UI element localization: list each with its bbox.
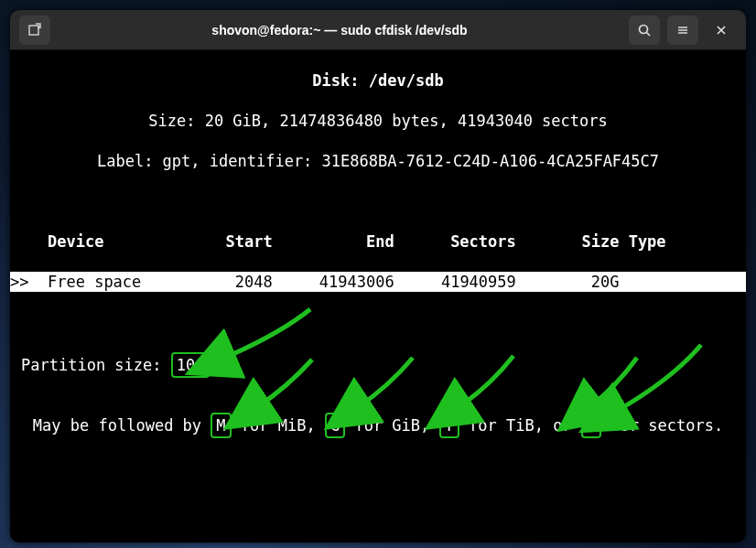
partition-size-prompt: Partition size: 10G — [21, 352, 210, 378]
row-start: 2048 — [235, 273, 273, 291]
col-end: End — [366, 232, 394, 251]
row-size: 20G — [591, 273, 620, 291]
size-line: Size: 20 GiB, 21474836480 bytes, 4194304… — [10, 111, 746, 131]
terminal-window: shovon@fedora:~ — sudo cfdisk /dev/sdb D… — [10, 10, 746, 543]
unit-s: S — [581, 413, 601, 438]
close-button[interactable] — [706, 16, 737, 45]
new-tab-button[interactable] — [19, 16, 50, 45]
label-line: Label: gpt, identifier: 31E868BA-7612-C2… — [10, 151, 746, 171]
unit-g: G — [325, 413, 345, 438]
svg-rect-0 — [29, 26, 38, 35]
row-sectors: 41940959 — [441, 273, 516, 291]
terminal-content[interactable]: Disk: /dev/sdb Size: 20 GiB, 21474836480… — [10, 50, 746, 543]
footer-hint: May be followed by M for MiB, G for GiB,… — [10, 413, 746, 438]
prompt-label: Partition size: — [21, 356, 171, 374]
unit-m: M — [211, 413, 231, 438]
col-type: Type — [629, 232, 666, 251]
svg-line-2 — [647, 32, 651, 36]
row-end: 41943006 — [319, 273, 394, 291]
col-size: Size — [581, 232, 619, 251]
svg-point-1 — [640, 25, 648, 33]
col-device: Device — [48, 232, 103, 251]
partition-size-input[interactable]: 10G — [171, 352, 211, 378]
titlebar: shovon@fedora:~ — sudo cfdisk /dev/sdb — [10, 10, 746, 50]
menu-button[interactable] — [667, 16, 698, 45]
search-button[interactable] — [629, 16, 660, 45]
row-cursor: >> — [10, 273, 28, 291]
unit-t: T — [439, 413, 459, 438]
row-device: Free space — [48, 273, 141, 291]
col-sectors: Sectors — [450, 232, 516, 251]
disk-header: Disk: /dev/sdb — [10, 70, 746, 91]
col-start: Start — [225, 232, 272, 251]
window-title: shovon@fedora:~ — sudo cfdisk /dev/sdb — [54, 23, 625, 38]
table-row[interactable]: >> Free space 2048 41943006 41940959 20G — [10, 272, 746, 292]
table-header: Device Start End Sectors Size Type — [10, 231, 746, 252]
